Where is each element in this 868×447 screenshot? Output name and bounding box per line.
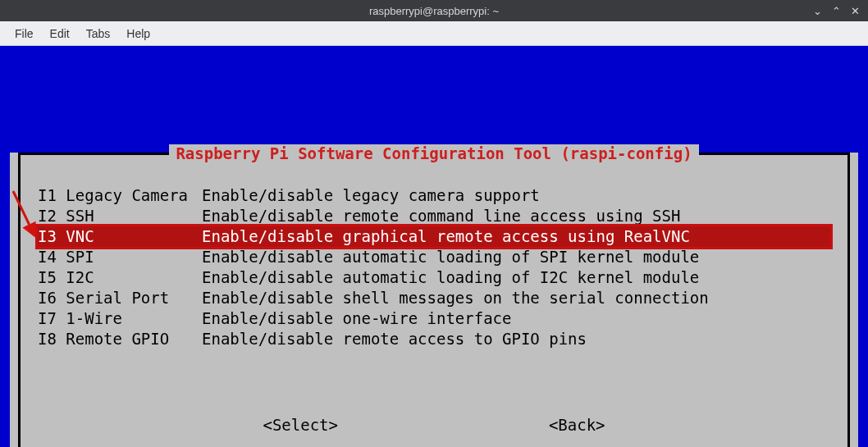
item-code: I7 1-Wire [38,308,202,329]
item-code: I3 VNC [38,226,202,247]
item-desc: Enable/disable automatic loading of I2C … [202,267,699,288]
maximize-icon[interactable]: ⌃ [832,5,841,17]
menubar: File Edit Tabs Help [0,21,868,46]
list-item[interactable]: I8 Remote GPIO Enable/disable remote acc… [38,329,830,349]
item-desc: Enable/disable legacy camera support [202,185,540,206]
list-item[interactable]: I1 Legacy Camera Enable/disable legacy c… [38,185,830,206]
dialog-buttons: <Select> <Back> [10,416,858,434]
arrow-annotation-icon [10,188,43,249]
menu-tabs[interactable]: Tabs [80,24,117,43]
item-code: I5 I2C [38,267,202,288]
list-item-selected[interactable]: I3 VNC Enable/disable graphical remote a… [35,224,833,249]
item-code: I8 Remote GPIO [38,329,202,349]
item-desc: Enable/disable automatic loading of SPI … [202,247,699,267]
menu-file[interactable]: File [8,24,40,43]
item-desc: Enable/disable remote access to GPIO pin… [202,329,587,349]
item-code: I4 SPI [38,247,202,267]
menu-edit[interactable]: Edit [43,24,76,43]
select-button[interactable]: <Select> [263,416,338,434]
dialog-title-wrap: Raspberry Pi Software Configuration Tool… [10,144,858,162]
terminal-area: Raspberry Pi Software Configuration Tool… [0,46,868,447]
box-border [847,153,850,447]
list-item[interactable]: I6 Serial Port Enable/disable shell mess… [38,288,830,308]
item-desc: Enable/disable shell messages on the ser… [202,288,709,308]
list-item[interactable]: I4 SPI Enable/disable automatic loading … [38,247,830,267]
window-controls: ⌄ ⌃ ✕ [813,5,860,17]
item-desc: Enable/disable graphical remote access u… [202,226,690,247]
window-title: raspberrypi@raspberrypi: ~ [369,5,499,17]
back-button[interactable]: <Back> [549,416,605,434]
list-item[interactable]: I7 1-Wire Enable/disable one-wire interf… [38,308,830,329]
raspi-config-dialog: Raspberry Pi Software Configuration Tool… [10,153,858,447]
close-icon[interactable]: ✕ [851,5,860,17]
window-titlebar: raspberrypi@raspberrypi: ~ ⌄ ⌃ ✕ [0,0,868,21]
item-desc: Enable/disable one-wire interface [202,308,512,329]
minimize-icon[interactable]: ⌄ [813,5,822,17]
svg-line-1 [13,191,34,235]
list-item[interactable]: I5 I2C Enable/disable automatic loading … [38,267,830,288]
item-code: I6 Serial Port [38,288,202,308]
item-code: I1 Legacy Camera [38,185,202,206]
interface-options-list: I1 Legacy Camera Enable/disable legacy c… [38,185,830,349]
menu-help[interactable]: Help [120,24,157,43]
dialog-title: Raspberry Pi Software Configuration Tool… [169,144,698,162]
